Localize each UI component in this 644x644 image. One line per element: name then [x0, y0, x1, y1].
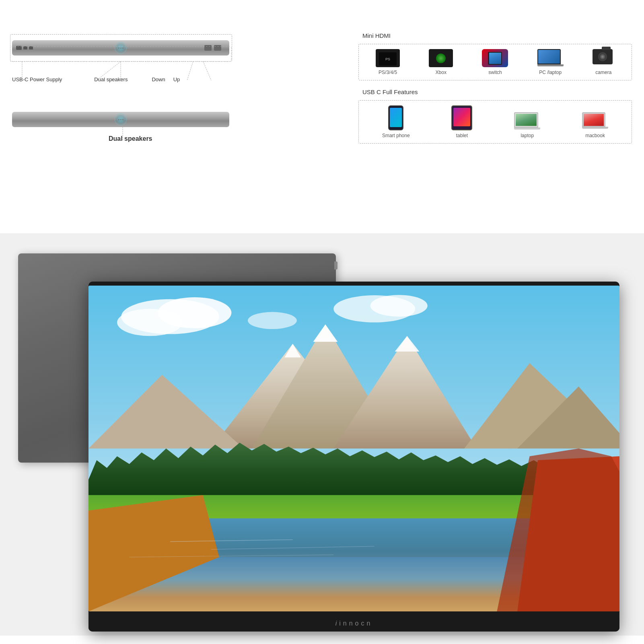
xbox-icon — [429, 49, 453, 67]
dual-speakers-label-2: Dual speakers — [109, 135, 152, 142]
mini-hdmi-title: Mini HDMI — [358, 32, 632, 39]
laptop2-label: laptop — [521, 133, 534, 138]
side-port — [334, 261, 337, 270]
brand-logo: iinnocn — [335, 620, 373, 627]
devices-area: Mini HDMI PS PS/3/4/5 — [358, 32, 632, 152]
mini-hdmi-section: Mini HDMI PS PS/3/4/5 — [358, 32, 632, 80]
camera-top — [602, 47, 611, 50]
bottom-section: iinnocn — [0, 233, 644, 636]
smartphone-screen — [390, 108, 402, 127]
macbook-icon-shape — [582, 112, 608, 130]
mac-screen-inner — [516, 114, 537, 126]
laptop2-icon — [514, 112, 540, 130]
laptop-screen — [537, 49, 561, 64]
down-label: Down — [152, 76, 165, 82]
switch-screen-inner — [489, 53, 501, 64]
svg-point-12 — [370, 295, 428, 317]
bar1-connectors — [10, 46, 235, 95]
svg-rect-5 — [10, 46, 231, 62]
tablet-icon — [451, 105, 472, 130]
laptop-screen-inner — [538, 50, 560, 64]
device-ps: PS PS/3/4/5 — [376, 49, 400, 75]
switch-icon — [482, 49, 508, 67]
device-laptop2: laptop — [514, 112, 540, 138]
macbook-icon — [582, 112, 608, 130]
smartphone-icon — [388, 105, 403, 130]
device-pc-laptop: PC /laptop — [537, 49, 564, 75]
macbook-label: macbook — [585, 133, 605, 138]
device-macbook: macbook — [582, 112, 608, 138]
mac-base — [514, 128, 540, 130]
up-label: Up — [173, 76, 180, 82]
laptop-base — [537, 64, 564, 66]
macbook-base — [582, 127, 608, 129]
device-switch: switch — [482, 49, 508, 75]
bar2-connector — [101, 118, 221, 150]
ps-label: PS/3/4/5 — [379, 70, 397, 75]
laptop-icon-shape — [537, 49, 564, 67]
xbox-logo — [436, 53, 446, 63]
hdmi-devices-box: PS PS/3/4/5 Xbox — [358, 44, 632, 80]
mac-screen — [514, 112, 538, 128]
camera-label: camera — [595, 70, 611, 75]
device-tablet: tablet — [451, 105, 472, 138]
usbc-label: USB-C Power Supply — [12, 76, 62, 82]
monitor-front: iinnocn — [88, 282, 619, 632]
smartphone-icon-shape — [388, 105, 403, 130]
switch-label: switch — [488, 70, 502, 75]
brand-i: i — [335, 620, 339, 627]
ps-icon: PS — [376, 49, 400, 67]
svg-point-10 — [117, 309, 182, 336]
top-section: USB-C Power Supply Dual speakers Down Up — [0, 24, 644, 217]
switch-screen — [488, 52, 502, 65]
camera-lens — [598, 52, 607, 61]
monitor-screen — [88, 286, 619, 611]
mac-laptop-icon-shape — [514, 112, 540, 130]
usbc-section: USB C Full Features Smart phone — [358, 88, 632, 144]
svg-point-13 — [248, 312, 297, 329]
device-camera: camera — [593, 49, 615, 75]
pc-laptop-label: PC /laptop — [539, 70, 562, 75]
tablet-icon-shape — [451, 105, 472, 130]
tablet-screen — [453, 108, 470, 126]
device-smartphone: Smart phone — [382, 105, 410, 138]
tablet-label: tablet — [456, 133, 468, 138]
camera-icon — [593, 49, 615, 67]
smartphone-label: Smart phone — [382, 133, 410, 138]
camera-icon-shape — [593, 49, 615, 67]
bar1-labels-row: USB-C Power Supply Dual speakers Down Up — [12, 76, 253, 82]
switch-console-icon — [482, 49, 508, 67]
macbook-screen — [582, 112, 605, 127]
brand-rest: innocn — [339, 620, 372, 627]
pc-laptop-icon — [537, 49, 564, 67]
ps-console-icon: PS — [376, 49, 400, 67]
monitor-bottom-bar: iinnocn — [88, 615, 619, 632]
dual-speakers-label-1: Dual speakers — [94, 76, 128, 82]
usbc-devices-box: Smart phone tablet — [358, 100, 632, 144]
camera-body — [593, 49, 613, 64]
xbox-console-icon — [429, 49, 453, 67]
xbox-label: Xbox — [436, 70, 446, 75]
landscape-svg — [88, 286, 619, 611]
usbc-title: USB C Full Features — [358, 88, 632, 95]
macbook-screen-inner — [584, 114, 604, 126]
bars-area: USB-C Power Supply Dual speakers Down Up — [12, 40, 245, 131]
device-xbox: Xbox — [429, 49, 453, 75]
